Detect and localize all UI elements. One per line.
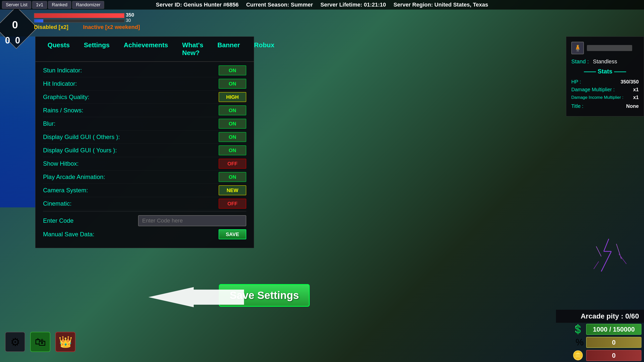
svg-line-6 bbox=[594, 261, 599, 269]
server-lifetime: Server Lifetime: 01:21:10 bbox=[320, 2, 386, 8]
arrow-indicator bbox=[148, 287, 244, 307]
gear-icon: ⚙ bbox=[10, 336, 20, 348]
disabled-label: Disabled [x2] bbox=[34, 24, 68, 30]
settings-toolbar-btn[interactable]: ⚙ bbox=[5, 332, 25, 352]
hp-bar-blue-fill bbox=[34, 19, 43, 22]
server-list-btn[interactable]: Server List bbox=[2, 1, 31, 9]
server-region: Server Region: United States, Texas bbox=[393, 2, 488, 8]
setting-rains-snows: Rains / Snows: ON bbox=[43, 104, 246, 117]
coins-icon: 🪙 bbox=[572, 350, 584, 361]
hud-score-a: 0 bbox=[5, 35, 10, 46]
svg-marker-0 bbox=[148, 287, 244, 307]
tab-achievements[interactable]: Achievements bbox=[117, 37, 175, 61]
bag-toolbar-btn[interactable]: 🛍 bbox=[30, 332, 50, 352]
manual-save-label: Manual Save Data: bbox=[43, 231, 94, 238]
enter-code-label: Enter Code bbox=[43, 217, 73, 224]
enter-code-input[interactable] bbox=[138, 215, 246, 226]
hp-max-value: 350 bbox=[126, 12, 134, 18]
setting-guild-gui-yours: Display Guild GUI ( Yours ): ON bbox=[43, 144, 246, 157]
stats-title: —— Stats —— bbox=[571, 68, 639, 75]
settings-list: Stun Indicator: ON Hit Indicator: ON Gra… bbox=[35, 62, 254, 243]
bag-icon: 🛍 bbox=[35, 336, 46, 348]
setting-hit-indicator: Hit Indicator: ON bbox=[43, 77, 246, 90]
stand-label: Stand : bbox=[571, 58, 589, 65]
hit-indicator-toggle[interactable]: ON bbox=[219, 79, 246, 89]
manual-save-button[interactable]: SAVE bbox=[219, 229, 246, 239]
show-hitbox-toggle[interactable]: OFF bbox=[219, 159, 246, 169]
damage-multiplier-value: x1 bbox=[633, 87, 639, 93]
tab-settings[interactable]: Settings bbox=[77, 37, 117, 61]
setting-arcade-animation: Play Arcade Animation: ON bbox=[43, 170, 246, 184]
blur-toggle[interactable]: ON bbox=[219, 119, 246, 129]
crown-icon: 👑 bbox=[59, 335, 72, 348]
svg-line-3 bbox=[601, 251, 611, 272]
cinematic-label: Cinematic: bbox=[43, 200, 71, 207]
stand-row: Stand : Standless bbox=[571, 58, 639, 65]
guild-gui-others-label: Display Guild GUI ( Others ): bbox=[43, 133, 120, 141]
hp-numbers: 350 30 bbox=[126, 12, 134, 23]
cinematic-toggle[interactable]: OFF bbox=[219, 199, 246, 209]
1v1-btn[interactable]: 1v1 bbox=[32, 1, 47, 9]
setting-show-hitbox: Show Hitbox: OFF bbox=[43, 157, 246, 170]
rains-snows-toggle[interactable]: ON bbox=[219, 105, 246, 115]
hp-value: 350/350 bbox=[621, 79, 639, 85]
stun-indicator-toggle[interactable]: ON bbox=[219, 65, 246, 75]
bottom-right-currency: Arcade pity : 0/60 💲 1000 / 150000 % 0 🪙… bbox=[556, 310, 644, 362]
tab-whats-new[interactable]: What's New? bbox=[175, 37, 210, 61]
dollar-icon: 💲 bbox=[572, 324, 584, 335]
ranked-btn[interactable]: Ranked bbox=[48, 1, 71, 9]
currency-row-red: 🪙 0 bbox=[556, 349, 644, 362]
tab-bar: Quests Settings Achievements What's New?… bbox=[35, 37, 254, 62]
tab-robux[interactable]: Robux bbox=[247, 37, 281, 61]
stat-title: Title : None bbox=[571, 101, 639, 111]
svg-line-7 bbox=[619, 254, 626, 264]
enter-code-row: Enter Code bbox=[43, 213, 246, 228]
guild-gui-others-toggle[interactable]: ON bbox=[219, 132, 246, 142]
hp-bar-main bbox=[34, 13, 125, 18]
setting-cinematic: Cinematic: OFF bbox=[43, 197, 246, 210]
current-season: Current Season: Summer bbox=[246, 2, 313, 8]
hud-scores: 0 0 bbox=[5, 35, 20, 46]
income-multiplier-value: x1 bbox=[633, 95, 639, 100]
hp-bars bbox=[34, 13, 125, 23]
guild-gui-yours-toggle[interactable]: ON bbox=[219, 145, 246, 155]
randomizer-btn[interactable]: Randomizer bbox=[72, 1, 104, 9]
camera-system-toggle[interactable]: NEW bbox=[219, 185, 246, 195]
settings-panel: Quests Settings Achievements What's New?… bbox=[35, 36, 254, 248]
setting-blur: Blur: ON bbox=[43, 117, 246, 130]
svg-line-1 bbox=[604, 239, 609, 251]
server-id: Server ID: Genius Hunter #6856 bbox=[156, 2, 239, 8]
title-label: Title : bbox=[571, 103, 583, 109]
tab-banner[interactable]: Banner bbox=[210, 37, 247, 61]
damage-multiplier-label: Damage Multiplier : bbox=[571, 87, 615, 93]
manual-save-row: Manual Save Data: SAVE bbox=[43, 228, 246, 241]
setting-guild-gui-others: Display Guild GUI ( Others ): ON bbox=[43, 130, 246, 144]
title-value: None bbox=[626, 103, 639, 109]
coins-currency-bar: 0 bbox=[586, 350, 641, 361]
hp-bar-secondary bbox=[34, 19, 125, 23]
graphics-quality-toggle[interactable]: HIGH bbox=[219, 92, 246, 102]
percent-icon: % bbox=[576, 337, 584, 348]
setting-stun-indicator: Stun Indicator: ON bbox=[43, 64, 246, 77]
svg-line-4 bbox=[596, 246, 601, 256]
stun-indicator-label: Stun Indicator: bbox=[43, 67, 82, 74]
tab-quests[interactable]: Quests bbox=[41, 37, 77, 61]
player-avatar: 🧍 bbox=[571, 42, 584, 54]
lightning-effect bbox=[589, 236, 629, 277]
arcade-animation-toggle[interactable]: ON bbox=[219, 172, 246, 182]
arcade-pity: Arcade pity : 0/60 bbox=[556, 310, 644, 323]
player-header: 🧍 bbox=[571, 42, 639, 54]
stat-hp: HP : 350/350 bbox=[571, 78, 639, 86]
left-side-panel bbox=[0, 36, 36, 207]
currency-row-green: 💲 1000 / 150000 bbox=[556, 323, 644, 336]
percent-currency-bar: 0 bbox=[586, 337, 641, 348]
camera-system-label: Camera System: bbox=[43, 187, 88, 194]
divider bbox=[43, 211, 246, 212]
crown-toolbar-btn[interactable]: 👑 bbox=[55, 332, 75, 352]
stand-value: Standless bbox=[593, 58, 617, 65]
player-name-bar bbox=[587, 45, 632, 51]
stats-panel: 🧍 Stand : Standless —— Stats —— HP : 350… bbox=[566, 36, 644, 116]
hp-sub-value: 30 bbox=[126, 18, 134, 23]
gold-currency-bar: 1000 / 150000 bbox=[586, 324, 641, 335]
graphics-quality-label: Graphics Quality: bbox=[43, 94, 89, 101]
